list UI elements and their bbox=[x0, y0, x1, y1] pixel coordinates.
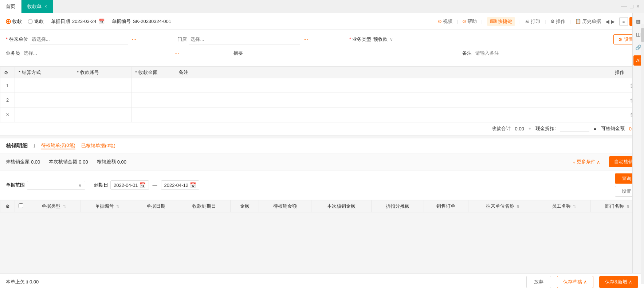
range-select[interactable]: ∨ bbox=[27, 181, 85, 190]
date-from-input[interactable]: 2022-04-01 📅 bbox=[110, 180, 149, 190]
nav-next[interactable]: ▶ bbox=[611, 19, 615, 24]
settlement-cell-1[interactable] bbox=[15, 78, 73, 93]
staff-more-icon[interactable]: ··· bbox=[173, 50, 181, 56]
radio-receipt[interactable]: 收款 bbox=[6, 18, 22, 25]
radio-receipt-circle bbox=[6, 19, 11, 24]
biz-type-value: 预收款 bbox=[373, 36, 388, 43]
toolbar: 收款 退款 单据日期 2023-03-24 📅 单据编号 SK-20230324… bbox=[0, 13, 644, 30]
biz-type-chevron-icon[interactable]: ∨ bbox=[390, 37, 393, 42]
cal-from-icon[interactable]: 📅 bbox=[140, 182, 146, 188]
print-btn[interactable]: 🖨 打印 bbox=[525, 18, 540, 25]
bottom-stat: 本单上欠 ℹ 0.00 bbox=[6, 279, 39, 285]
current-label: 本次核销金额 bbox=[49, 158, 77, 165]
remark-input[interactable] bbox=[474, 48, 638, 58]
col-account: * 收款账号 bbox=[73, 67, 131, 78]
stat-info-icon[interactable]: ℹ bbox=[26, 279, 28, 285]
col-settings[interactable]: ⚙ bbox=[0, 67, 15, 78]
bottom-col-check[interactable] bbox=[15, 200, 27, 212]
draft-arrow-icon: ∧ bbox=[584, 279, 587, 285]
abandon-btn[interactable]: 放弃 bbox=[526, 276, 551, 288]
radio-refund-circle bbox=[28, 19, 33, 24]
auto-writeoff-label: 自动核销 bbox=[614, 159, 633, 164]
scrollbar-thumb[interactable] bbox=[641, 28, 644, 42]
remark-cell-3[interactable] bbox=[175, 107, 611, 122]
pending-tab[interactable]: 待核销单据(0笔) bbox=[41, 142, 75, 149]
section-stats: 未核销金额 0.00 本次核销金额 0.00 核销差额 0.00 ⬦ 更多条件 … bbox=[0, 153, 644, 171]
win-max-btn[interactable]: □ bbox=[630, 3, 633, 10]
account-cell-2[interactable] bbox=[73, 93, 131, 107]
account-cell-1[interactable] bbox=[73, 78, 131, 93]
table-footer: 收款合计 0.00 + 现金折扣: = 可核销金额 0.00 bbox=[0, 122, 644, 136]
list-view-btn[interactable]: ≡ bbox=[619, 17, 628, 26]
select-all-checkbox[interactable] bbox=[19, 203, 23, 208]
save-new-btn[interactable]: 保存&新增 ∧ bbox=[599, 276, 638, 288]
section-title: 核销明细 bbox=[6, 142, 28, 149]
radio-refund[interactable]: 退款 bbox=[28, 18, 44, 25]
unit-label: 往来单位 bbox=[6, 36, 28, 43]
bottom-col-settings[interactable]: ⚙ bbox=[0, 200, 15, 212]
win-min-btn[interactable]: — bbox=[621, 3, 627, 10]
staff-input[interactable] bbox=[22, 48, 171, 58]
table-container: ⚙ * 结算方式 * 收款账号 * 收款金额 备注 操作 1 🗑 ⧉ bbox=[0, 67, 644, 122]
tab-home[interactable]: 首页 bbox=[0, 0, 21, 13]
staff-label: 业务员 bbox=[6, 50, 20, 56]
cal-to-icon[interactable]: 📅 bbox=[190, 182, 196, 188]
diff-value: 0.00 bbox=[117, 159, 126, 165]
win-close-btn[interactable]: × bbox=[636, 3, 640, 10]
remark-label: 备注 bbox=[462, 50, 472, 56]
summary-input[interactable] bbox=[245, 48, 409, 58]
biz-type-label: 业务类型 bbox=[349, 36, 372, 43]
stat-value: 0.00 bbox=[30, 279, 39, 285]
more-conditions-btn[interactable]: ⬦ 更多条件 ∧ bbox=[573, 158, 600, 165]
shortcut-btn[interactable]: ⌨ 快捷键 bbox=[487, 17, 515, 26]
help-icon: ⊙ bbox=[462, 19, 466, 24]
amount-cell-1[interactable] bbox=[131, 78, 175, 93]
remark-cell-2[interactable] bbox=[175, 93, 611, 107]
right-sidebar: ▦ ◫ 🔗 Ai bbox=[632, 13, 644, 273]
unit-more-icon[interactable]: ··· bbox=[130, 36, 138, 43]
done-tab[interactable]: 已核销单据(0笔) bbox=[81, 142, 115, 149]
help-btn[interactable]: ⊙ 帮助 bbox=[462, 18, 477, 25]
unwriteoff-label: 未核销金额 bbox=[6, 158, 30, 165]
toolbar-actions: ⊙ 视频 | ⊙ 帮助 | ⌨ 快捷键 | 🖨 打印 | ⚙ 操作 | 📋 历史… bbox=[438, 17, 638, 26]
form-area: 往来单位 ··· 门店 ··· 业务类型 预收款 ∨ ⚙ 设置 业务员 ··· bbox=[0, 30, 644, 67]
video-btn[interactable]: ⊙ 视频 bbox=[438, 18, 452, 25]
history-btn[interactable]: 📋 历史单据 bbox=[575, 18, 601, 25]
discount-input[interactable] bbox=[560, 126, 589, 132]
total-label: 收款合计 bbox=[492, 125, 511, 132]
gear-icon: ⚙ bbox=[618, 37, 623, 42]
store-label: 门店 bbox=[177, 36, 187, 43]
save-new-label: 保存&新增 bbox=[605, 279, 627, 285]
settlement-cell-2[interactable] bbox=[15, 93, 73, 107]
calendar-icon[interactable]: 📅 bbox=[99, 19, 105, 24]
operation-btn[interactable]: ⚙ 操作 bbox=[550, 18, 565, 25]
draft-btn[interactable]: 保存草稿 ∧ bbox=[557, 276, 593, 288]
bottom-col-amount: 金额 bbox=[230, 200, 259, 212]
remark-cell-1[interactable] bbox=[175, 78, 611, 93]
history-icon: 📋 bbox=[575, 19, 581, 24]
account-cell-3[interactable] bbox=[73, 107, 131, 122]
receipt-type-group: 收款 退款 bbox=[6, 18, 44, 25]
date-to-value: 2022-04-12 bbox=[164, 183, 189, 188]
store-input[interactable] bbox=[189, 34, 299, 44]
store-field: 门店 ··· bbox=[177, 34, 310, 44]
tab-receipt[interactable]: 收款单 × bbox=[21, 0, 53, 13]
table-header-row: ⚙ * 结算方式 * 收款账号 * 收款金额 备注 操作 bbox=[0, 67, 644, 78]
store-more-icon[interactable]: ··· bbox=[302, 36, 310, 43]
radio-refund-label: 退款 bbox=[34, 18, 44, 25]
draft-label: 保存草稿 bbox=[563, 279, 582, 285]
amount-cell-3[interactable] bbox=[131, 107, 175, 122]
settings-icon: ⚙ bbox=[4, 70, 8, 75]
amount-cell-2[interactable] bbox=[131, 93, 175, 107]
tab-close-icon[interactable]: × bbox=[44, 4, 47, 9]
history-label: 历史单据 bbox=[582, 18, 601, 25]
date-to-input[interactable]: 2022-04-12 📅 bbox=[161, 180, 200, 190]
unit-input[interactable] bbox=[30, 34, 128, 44]
info-icon[interactable]: ℹ bbox=[34, 143, 35, 149]
date-field: 单据日期 2023-03-24 📅 bbox=[51, 18, 105, 25]
section-header: 核销明细 ℹ 待核销单据(0笔) 已核销单据(0笔) bbox=[0, 138, 644, 153]
tab-home-label: 首页 bbox=[6, 3, 15, 10]
print-icon: 🖨 bbox=[525, 19, 530, 24]
nav-prev[interactable]: ◀ bbox=[605, 19, 609, 24]
settlement-cell-3[interactable] bbox=[15, 107, 73, 122]
